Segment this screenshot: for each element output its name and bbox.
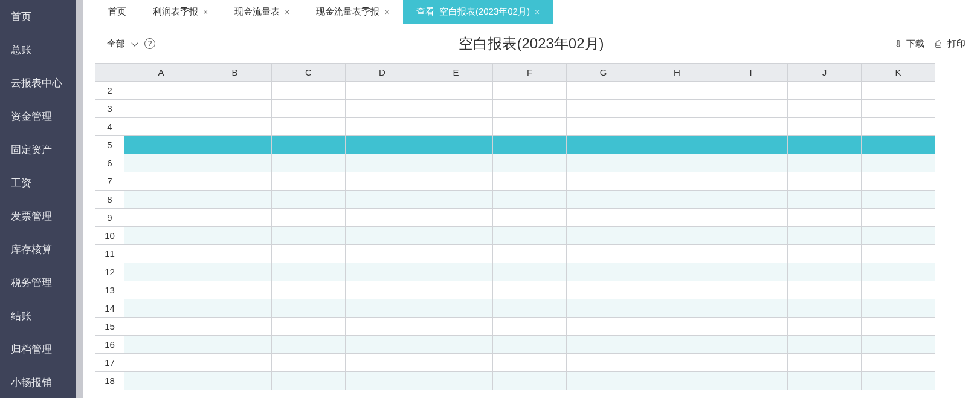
cell-I7[interactable] <box>714 172 788 191</box>
cell-I13[interactable] <box>714 281 788 299</box>
cell-B15[interactable] <box>198 318 272 336</box>
cell-I4[interactable] <box>714 118 788 136</box>
cell-I9[interactable] <box>714 209 788 227</box>
sidebar-item-1[interactable]: 总账 <box>0 33 76 67</box>
cell-D7[interactable] <box>346 172 419 191</box>
col-head-J[interactable]: J <box>788 64 862 82</box>
cell-J9[interactable] <box>788 209 862 227</box>
cell-K8[interactable] <box>862 191 935 209</box>
cell-E10[interactable] <box>419 227 493 245</box>
cell-G4[interactable] <box>567 118 640 136</box>
cell-K4[interactable] <box>862 118 935 136</box>
sidebar-item-11[interactable]: 小畅报销 <box>0 366 76 398</box>
cell-B18[interactable] <box>198 372 272 390</box>
row-head-17[interactable]: 17 <box>95 354 124 372</box>
cell-H3[interactable] <box>640 100 714 118</box>
close-icon[interactable]: × <box>203 7 208 17</box>
cell-F5[interactable] <box>493 136 567 154</box>
col-head-F[interactable]: F <box>493 64 567 82</box>
sidebar-item-2[interactable]: 云报表中心 <box>0 67 76 100</box>
cell-G18[interactable] <box>567 372 640 390</box>
col-head-B[interactable]: B <box>198 64 272 82</box>
cell-A6[interactable] <box>124 154 198 172</box>
cell-J5[interactable] <box>788 136 862 154</box>
cell-C12[interactable] <box>272 263 346 281</box>
cell-K18[interactable] <box>862 372 935 390</box>
cell-A13[interactable] <box>124 281 198 299</box>
row-head-7[interactable]: 7 <box>95 172 124 191</box>
cell-J13[interactable] <box>788 281 862 299</box>
cell-E3[interactable] <box>419 100 493 118</box>
cell-A3[interactable] <box>124 100 198 118</box>
cell-H9[interactable] <box>640 209 714 227</box>
cell-A8[interactable] <box>124 191 198 209</box>
cell-D4[interactable] <box>346 118 419 136</box>
cell-B7[interactable] <box>198 172 272 191</box>
cell-A14[interactable] <box>124 299 198 318</box>
help-icon[interactable]: ? <box>144 38 155 49</box>
cell-C15[interactable] <box>272 318 346 336</box>
cell-E7[interactable] <box>419 172 493 191</box>
cell-K7[interactable] <box>862 172 935 191</box>
cell-C5[interactable] <box>272 136 346 154</box>
cell-B3[interactable] <box>198 100 272 118</box>
tab-2[interactable]: 现金流量表× <box>221 0 303 24</box>
cell-F18[interactable] <box>493 372 567 390</box>
cell-D5[interactable] <box>346 136 419 154</box>
cell-D13[interactable] <box>346 281 419 299</box>
cell-B9[interactable] <box>198 209 272 227</box>
cell-H7[interactable] <box>640 172 714 191</box>
col-head-D[interactable]: D <box>346 64 419 82</box>
cell-G16[interactable] <box>567 336 640 354</box>
cell-D14[interactable] <box>346 299 419 318</box>
cell-I8[interactable] <box>714 191 788 209</box>
cell-A17[interactable] <box>124 354 198 372</box>
cell-F9[interactable] <box>493 209 567 227</box>
cell-B4[interactable] <box>198 118 272 136</box>
cell-G3[interactable] <box>567 100 640 118</box>
cell-E5[interactable] <box>419 136 493 154</box>
cell-D11[interactable] <box>346 245 419 263</box>
cell-K16[interactable] <box>862 336 935 354</box>
cell-E15[interactable] <box>419 318 493 336</box>
cell-J3[interactable] <box>788 100 862 118</box>
cell-I3[interactable] <box>714 100 788 118</box>
row-head-5[interactable]: 5 <box>95 136 124 154</box>
cell-A12[interactable] <box>124 263 198 281</box>
cell-J17[interactable] <box>788 354 862 372</box>
cell-H14[interactable] <box>640 299 714 318</box>
cell-J6[interactable] <box>788 154 862 172</box>
cell-A4[interactable] <box>124 118 198 136</box>
cell-G14[interactable] <box>567 299 640 318</box>
cell-H10[interactable] <box>640 227 714 245</box>
cell-G10[interactable] <box>567 227 640 245</box>
sidebar-item-9[interactable]: 结账 <box>0 299 76 333</box>
cell-C6[interactable] <box>272 154 346 172</box>
cell-D10[interactable] <box>346 227 419 245</box>
cell-F10[interactable] <box>493 227 567 245</box>
cell-D16[interactable] <box>346 336 419 354</box>
cell-G11[interactable] <box>567 245 640 263</box>
cell-G7[interactable] <box>567 172 640 191</box>
cell-A2[interactable] <box>124 82 198 100</box>
cell-K14[interactable] <box>862 299 935 318</box>
cell-E18[interactable] <box>419 372 493 390</box>
cell-C18[interactable] <box>272 372 346 390</box>
row-head-9[interactable]: 9 <box>95 209 124 227</box>
cell-F14[interactable] <box>493 299 567 318</box>
cell-C13[interactable] <box>272 281 346 299</box>
close-icon[interactable]: × <box>285 7 289 17</box>
cell-B14[interactable] <box>198 299 272 318</box>
cell-H12[interactable] <box>640 263 714 281</box>
cell-I11[interactable] <box>714 245 788 263</box>
cell-D8[interactable] <box>346 191 419 209</box>
sidebar-item-5[interactable]: 工资 <box>0 166 76 200</box>
row-head-13[interactable]: 13 <box>95 281 124 299</box>
col-head-C[interactable]: C <box>272 64 346 82</box>
cell-J12[interactable] <box>788 263 862 281</box>
cell-F3[interactable] <box>493 100 567 118</box>
cell-G13[interactable] <box>567 281 640 299</box>
row-head-12[interactable]: 12 <box>95 263 124 281</box>
cell-D18[interactable] <box>346 372 419 390</box>
cell-F17[interactable] <box>493 354 567 372</box>
